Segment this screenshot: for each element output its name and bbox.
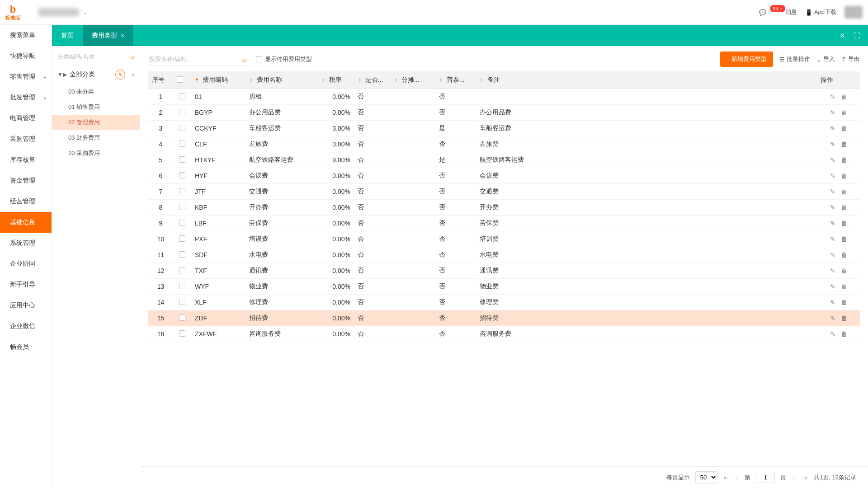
sidebar-item[interactable]: 资金管理 xyxy=(0,170,52,191)
search-icon[interactable]: ⌕ xyxy=(130,52,134,60)
close-all-tabs-icon[interactable]: ✕ xyxy=(837,31,847,41)
batch-button[interactable]: ☰ 批量操作 xyxy=(779,55,810,63)
delete-icon[interactable]: 🗑 xyxy=(841,204,847,211)
edit-icon[interactable]: ✎ xyxy=(830,330,835,338)
edit-icon[interactable]: ✎ xyxy=(830,172,835,179)
sort-icon[interactable]: ▲▼ xyxy=(358,77,362,83)
sidebar-item[interactable]: 批发管理▸ xyxy=(0,87,52,108)
delete-icon[interactable]: 🗑 xyxy=(841,330,847,338)
edit-icon[interactable]: ✎ xyxy=(830,109,835,116)
delete-icon[interactable]: 🗑 xyxy=(841,172,847,179)
column-header[interactable]: ▲▼ 分摊... xyxy=(390,71,435,89)
sidebar-item[interactable]: 库存核算 xyxy=(0,150,52,170)
delete-icon[interactable]: 🗑 xyxy=(841,314,847,322)
row-checkbox[interactable] xyxy=(179,188,185,194)
per-page-select[interactable]: 50 xyxy=(695,471,717,483)
sidebar-item[interactable]: 基础信息 xyxy=(0,212,52,233)
sort-icon[interactable]: ▲▼ xyxy=(249,77,253,83)
table-row[interactable]: 3CCKYF车船客运费3.00%否是车船客运费✎🗑 xyxy=(148,121,860,136)
edit-icon[interactable]: ✎ xyxy=(830,125,835,132)
search-icon[interactable]: ⌕ xyxy=(243,56,247,63)
page-input[interactable] xyxy=(756,472,775,483)
delete-icon[interactable]: 🗑 xyxy=(841,283,847,290)
sidebar-item[interactable]: 应用中心 xyxy=(0,295,52,316)
sidebar-item[interactable]: 电商管理 xyxy=(0,108,52,129)
sidebar-item[interactable]: 零售管理▸ xyxy=(0,66,52,87)
row-checkbox[interactable] xyxy=(179,125,185,131)
sort-icon[interactable]: ▲▼ xyxy=(321,77,326,83)
sidebar-item[interactable]: 畅会员 xyxy=(0,337,52,357)
table-row[interactable]: 5HTKYF航空铁路客运费9.00%否是航空铁路客运费✎🗑 xyxy=(148,152,860,168)
table-row[interactable]: 12TXF通讯费0.00%否否通讯费✎🗑 xyxy=(148,263,860,279)
column-header[interactable]: ▲▼ 费用编码 xyxy=(191,71,245,89)
table-row[interactable]: 101房租0.00%否否✎🗑 xyxy=(148,89,860,105)
sort-icon[interactable]: ▲▼ xyxy=(195,77,199,83)
column-header[interactable]: ▲▼ 备注 xyxy=(476,71,817,89)
collapse-pane-icon[interactable]: « xyxy=(132,71,135,78)
delete-icon[interactable]: 🗑 xyxy=(841,299,847,306)
table-row[interactable]: 15ZDF招待费0.00%否否招待费✎🗑 xyxy=(148,310,860,326)
sidebar-item[interactable]: 新手引导 xyxy=(0,274,52,295)
row-checkbox[interactable] xyxy=(179,141,185,147)
next-page-button[interactable]: › xyxy=(792,474,796,481)
sort-icon[interactable]: ▲▼ xyxy=(480,77,484,83)
row-checkbox[interactable] xyxy=(179,156,185,163)
messages-link[interactable]: 💬 99 + 消息 xyxy=(759,8,797,16)
delete-icon[interactable]: 🗑 xyxy=(841,93,847,100)
sidebar-item[interactable]: 企业微信 xyxy=(0,316,52,337)
last-page-button[interactable]: ⇥ xyxy=(801,474,808,481)
prev-page-button[interactable]: ‹ xyxy=(736,474,740,481)
table-row[interactable]: 13WYF物业费0.00%否否物业费✎🗑 xyxy=(148,279,860,295)
edit-icon[interactable]: ✎ xyxy=(830,267,835,274)
first-page-button[interactable]: ⇤ xyxy=(723,474,730,481)
row-checkbox[interactable] xyxy=(179,283,185,289)
edit-icon[interactable]: ✎ xyxy=(830,188,835,195)
search-input[interactable] xyxy=(148,53,248,66)
table-row[interactable]: 9LBF劳保费0.00%否否劳保费✎🗑 xyxy=(148,216,860,231)
import-button[interactable]: ⤓ 导入 xyxy=(816,55,835,63)
row-checkbox[interactable] xyxy=(179,109,185,115)
category-item[interactable]: 03 财务费用 xyxy=(52,130,140,145)
edit-icon[interactable]: ✎ xyxy=(830,283,835,290)
sort-icon[interactable]: ▲▼ xyxy=(394,77,398,83)
sidebar-item[interactable]: 采购管理 xyxy=(0,129,52,150)
column-header[interactable]: 操作 xyxy=(817,71,860,89)
sort-icon[interactable]: ▲▼ xyxy=(439,77,443,83)
row-checkbox[interactable] xyxy=(179,93,185,99)
select-all-checkbox[interactable] xyxy=(177,76,183,83)
row-checkbox[interactable] xyxy=(179,330,185,337)
edit-icon[interactable]: ✎ xyxy=(830,156,835,164)
add-button[interactable]: + 新增费用类型 xyxy=(720,52,773,67)
sidebar-item[interactable]: 快捷导航 xyxy=(0,46,52,66)
table-row[interactable]: 10PXF培训费0.00%否否培训费✎🗑 xyxy=(148,231,860,247)
delete-icon[interactable]: 🗑 xyxy=(841,156,847,164)
row-checkbox[interactable] xyxy=(179,251,185,258)
delete-icon[interactable]: 🗑 xyxy=(841,188,847,195)
edit-icon[interactable]: ✎ xyxy=(830,220,835,227)
sidebar-item[interactable]: 企业协同 xyxy=(0,253,52,274)
table-row[interactable]: 8KBF开办费0.00%否否开办费✎🗑 xyxy=(148,200,860,216)
app-download-link[interactable]: 📱 App下载 xyxy=(805,8,836,16)
org-selector[interactable]: ⌄ xyxy=(38,8,88,16)
add-category-button[interactable]: ✎ xyxy=(115,70,125,80)
column-header[interactable]: ▲▼ 费用名称 xyxy=(245,71,318,89)
delete-icon[interactable]: 🗑 xyxy=(841,220,847,227)
category-item[interactable]: 00 未分类 xyxy=(52,84,140,99)
table-row[interactable]: 6HYF会议费0.00%否否会议费✎🗑 xyxy=(148,168,860,184)
show-disabled-checkbox[interactable]: 显示停用费用类型 xyxy=(256,55,312,63)
edit-icon[interactable]: ✎ xyxy=(830,299,835,306)
tab[interactable]: 费用类型× xyxy=(83,25,133,46)
table-row[interactable]: 16ZXFWF咨询服务费0.00%否否咨询服务费✎🗑 xyxy=(148,326,860,342)
delete-icon[interactable]: 🗑 xyxy=(841,251,847,258)
edit-icon[interactable]: ✎ xyxy=(830,314,835,322)
edit-icon[interactable]: ✎ xyxy=(830,235,835,243)
delete-icon[interactable]: 🗑 xyxy=(841,267,847,274)
category-search-input[interactable] xyxy=(56,51,136,63)
edit-icon[interactable]: ✎ xyxy=(830,251,835,258)
row-checkbox[interactable] xyxy=(179,267,185,273)
category-item[interactable]: 01 销售费用 xyxy=(52,99,140,115)
category-item[interactable]: 20 采购费用 xyxy=(52,145,140,161)
delete-icon[interactable]: 🗑 xyxy=(841,125,847,132)
sidebar-item[interactable]: 搜索菜单 xyxy=(0,25,52,46)
column-header[interactable] xyxy=(173,71,191,89)
